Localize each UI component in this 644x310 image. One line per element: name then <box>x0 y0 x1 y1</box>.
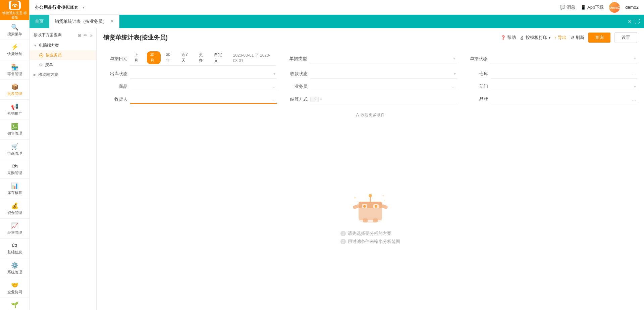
newbie-icon: 🌱 <box>11 301 18 309</box>
date-tab-this-year[interactable]: 本年 <box>163 51 176 64</box>
brand-more[interactable]: … <box>632 97 636 102</box>
export-button[interactable]: ↑ 导出 <box>554 35 567 41</box>
sidebar-item-wholesale[interactable]: 📦 批发管理 <box>0 80 29 100</box>
settlement-dropdown[interactable]: ▾ <box>320 97 322 102</box>
filter-row-1: 单据日期 上月 本月 本年 近7天 更多 自定义 2023-03-01 至 20… <box>103 51 637 66</box>
tree-pc-schemes[interactable]: ▼ 电脑端方案 <box>30 41 96 50</box>
payment-dropdown[interactable]: ▾ <box>454 71 456 76</box>
message-icon: 💬 <box>560 5 565 10</box>
date-tab-this-month[interactable]: 本月 <box>147 51 161 64</box>
operations-icon: 📈 <box>11 222 18 229</box>
sidebar-item-finance[interactable]: 💰 资金管理 <box>0 199 29 219</box>
tree-pc-label: 电脑端方案 <box>39 43 59 48</box>
finance-icon: 💰 <box>11 202 18 210</box>
ecommerce-icon: 🛒 <box>11 143 18 150</box>
app-download-button[interactable]: 📱 App下载 <box>581 4 604 10</box>
help-button[interactable]: ❓ 帮助 <box>500 35 516 41</box>
bill-status-dropdown[interactable]: ▾ <box>634 56 636 61</box>
sidebar-item-ecommerce[interactable]: 🛒 电商管理 <box>0 140 29 159</box>
settings-button[interactable]: 设置 <box>614 32 637 43</box>
svg-point-8 <box>375 205 377 208</box>
goods-more[interactable]: … <box>271 84 275 89</box>
sidebar-item-search[interactable]: 🔍 搜索菜单 <box>0 20 29 40</box>
tree-mobile-schemes[interactable]: ▶ 移动端方案 <box>30 70 96 80</box>
receiver-more[interactable]: … <box>271 97 275 101</box>
outbound-dropdown[interactable]: ▾ <box>273 71 275 76</box>
page-actions: ❓ 帮助 🖨 按模板打印 ▾ ↑ 导出 ↺ <box>500 32 638 43</box>
sidebar-item-quick-nav[interactable]: ⚡ 快捷导航 <box>0 40 29 60</box>
sidebar-item-enterprise[interactable]: 🤝 企业协同 <box>0 278 29 298</box>
query-button[interactable]: 查询 <box>588 33 610 43</box>
date-label: 单据日期 <box>103 56 130 62</box>
sales-icon: 💹 <box>11 123 18 130</box>
date-tab-7days[interactable]: 近7天 <box>179 51 194 64</box>
goods-label: 商品 <box>103 84 130 90</box>
settlement-tag-close[interactable]: × <box>314 97 316 101</box>
sidebar-item-newbie[interactable]: 🌱 新手引导 <box>0 298 29 310</box>
top-bar-title: 办公用品行业模拟账套 <box>35 4 78 10</box>
page-title: 销货单统计表(按业务员) <box>103 34 168 42</box>
bill-type-dropdown[interactable]: ▾ <box>453 56 455 61</box>
settlement-tag: × <box>310 97 318 102</box>
top-bar: 办公用品行业模拟账套 ▾ 💬 消息 📱 App下载 demo2 demo2 <box>30 0 644 15</box>
brand-label: 品牌 <box>464 96 491 102</box>
date-tab-custom[interactable]: 自定义 <box>211 51 228 64</box>
sidebar-item-marketing[interactable]: 📢 营销推广 <box>0 100 29 119</box>
inventory-icon: 📊 <box>11 182 18 190</box>
filter-row-2: 出库状态 ▾ 收款状态 ▾ 仓库 … <box>103 69 637 79</box>
tab-maximize-icon[interactable]: ⛶ <box>635 18 640 24</box>
purchase-icon: 🛍 <box>12 163 18 170</box>
sidebar-item-basic[interactable]: 🗂 基础信息 <box>0 239 29 258</box>
tree-mobile-label: 移动端方案 <box>38 72 58 78</box>
tab-bar: 首页 销货单统计表（按业务员） ✕ ✕ ⛶ <box>30 15 644 28</box>
left-panel: 按以下方案查询 ⊕ ✏ « ▼ 电脑端方案 ⦿ 按业务员 ⚙ 按单 <box>30 28 97 310</box>
basic-icon: 🗂 <box>12 242 18 249</box>
tab-home[interactable]: 首页 <box>30 15 49 28</box>
sidebar: 畅捷通好生意 标签版 🔍 搜索菜单 ⚡ 快捷导航 🏪 零售管理 📦 批发管理 📢… <box>0 0 30 310</box>
download-icon: 📱 <box>581 5 586 10</box>
dept-dropdown[interactable]: ▾ <box>634 84 636 89</box>
print-button[interactable]: 🖨 按模板打印 ▾ <box>520 35 550 41</box>
empty-illustration: ✦ ✦ ✦ <box>350 185 390 225</box>
sidebar-item-retail[interactable]: 🏪 零售管理 <box>0 60 29 80</box>
settlement-label: 结算方式 <box>283 96 310 102</box>
sidebar-item-operations[interactable]: 📈 经营管理 <box>0 219 29 239</box>
right-panel: 销货单统计表(按业务员) ❓ 帮助 🖨 按模板打印 ▾ ↑ <box>97 28 644 310</box>
user-avatar[interactable]: demo2 <box>609 2 620 13</box>
top-bar-arrow[interactable]: ▾ <box>83 5 85 10</box>
bill-status-label: 单据状态 <box>463 56 490 62</box>
date-tab-more[interactable]: 更多 <box>196 51 209 64</box>
tree-mobile-expand-icon: ▶ <box>34 73 36 76</box>
sidebar-item-system[interactable]: ⚙️ 系统管理 <box>0 258 29 278</box>
home-tab-label: 首页 <box>35 18 44 24</box>
enterprise-icon: 🤝 <box>11 281 18 289</box>
salesperson-more[interactable]: … <box>452 84 456 89</box>
scheme-order-label: 按单 <box>45 62 53 68</box>
edit-scheme-icon[interactable]: ✏ <box>84 33 88 38</box>
tab-close-button[interactable]: ✕ <box>110 19 114 24</box>
tree-item-by-order[interactable]: ⚙ 按单 <box>30 60 96 70</box>
message-button[interactable]: 💬 消息 <box>560 4 575 10</box>
left-panel-title: 按以下方案查询 <box>34 32 62 38</box>
scheme-salesperson-label: 按业务员 <box>46 52 62 58</box>
sidebar-item-purchase[interactable]: 🛍 采购管理 <box>0 159 29 179</box>
svg-point-14 <box>369 194 372 197</box>
sidebar-item-sales[interactable]: 💹 销售管理 <box>0 119 29 139</box>
date-tab-last-month[interactable]: 上月 <box>131 51 144 64</box>
collapse-bar[interactable]: ⋀ 收起更多条件 <box>97 110 644 121</box>
warehouse-more[interactable]: … <box>632 71 636 76</box>
refresh-button[interactable]: ↺ 刷新 <box>571 35 584 41</box>
print-icon: 🖨 <box>520 35 524 40</box>
top-bar-left: 办公用品行业模拟账套 ▾ <box>35 4 85 10</box>
tree-item-by-salesperson[interactable]: ⦿ 按业务员 <box>30 50 96 60</box>
tab-minimize-icon[interactable]: ✕ <box>628 18 632 25</box>
add-scheme-icon[interactable]: ⊕ <box>77 33 82 38</box>
svg-point-1 <box>14 5 16 7</box>
tab-sales-stat[interactable]: 销货单统计表（按业务员） ✕ <box>49 15 119 28</box>
receiver-label: 收货人 <box>103 96 130 102</box>
collapse-panel-icon[interactable]: « <box>90 33 92 38</box>
step1-num: 1 <box>340 231 346 236</box>
wholesale-icon: 📦 <box>11 83 18 91</box>
left-panel-icons: ⊕ ✏ « <box>77 33 92 38</box>
sidebar-item-inventory[interactable]: 📊 库存核算 <box>0 179 29 199</box>
